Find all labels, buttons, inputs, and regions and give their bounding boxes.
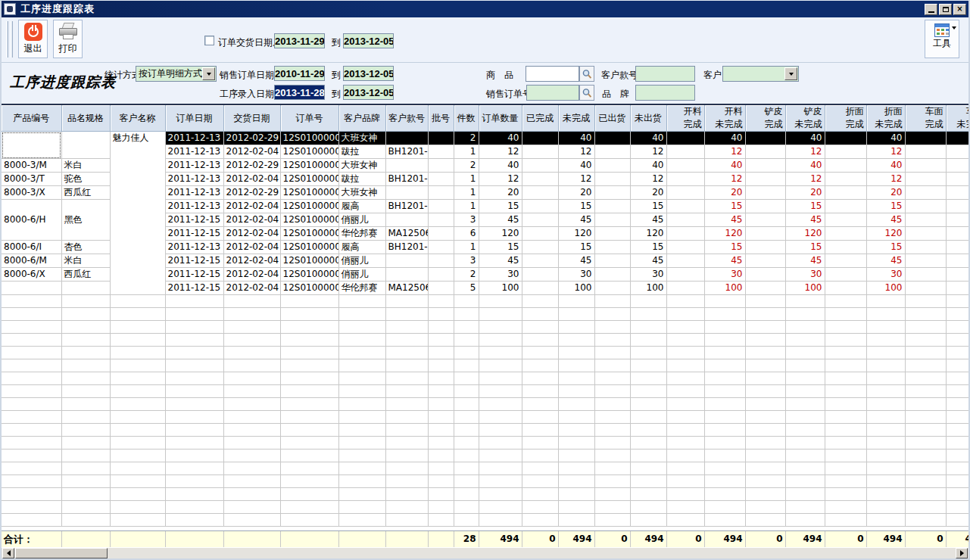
cell-cust_style[interactable] (385, 254, 428, 268)
cell-order_no[interactable]: 12S01000003 (280, 254, 338, 268)
scroll-right-button[interactable] (956, 548, 968, 558)
cell-cp_undone[interactable]: 100 (785, 282, 825, 295)
restore-button[interactable] (939, 4, 952, 15)
cell-cp_done[interactable] (745, 173, 785, 186)
cell-zm_done[interactable] (825, 268, 866, 282)
scrollbar-thumb[interactable] (15, 548, 108, 558)
cell-order_date[interactable]: 2011-12-15 (165, 227, 223, 241)
col-header-batch[interactable]: 批号 (428, 105, 454, 132)
cell-order_date[interactable]: 2011-12-13 (165, 159, 223, 173)
product-search-button[interactable] (579, 66, 594, 82)
cell-kl_done[interactable] (666, 227, 704, 241)
cell-delivery_date[interactable]: 2012-02-29 (223, 186, 280, 200)
col-header-spec[interactable]: 品名规格 (61, 105, 110, 132)
scroll-left-button[interactable] (2, 548, 14, 558)
cell-cust_style[interactable] (385, 132, 428, 145)
cell-cm_undone[interactable] (946, 213, 968, 227)
cell-batch[interactable] (428, 159, 454, 173)
sales-order-search-button[interactable] (579, 85, 594, 101)
cell-kl_done[interactable] (666, 200, 704, 213)
cell-zm_done[interactable] (825, 186, 866, 200)
cell-cp_done[interactable] (745, 254, 785, 268)
cell-brand[interactable]: 华伦邦赛 (338, 282, 385, 295)
cell-qty[interactable]: 100 (479, 282, 522, 295)
cell-undone[interactable]: 45 (558, 254, 594, 268)
toolbar-grip[interactable] (6, 21, 8, 58)
cell-shipped[interactable] (594, 159, 630, 173)
cell-order_no[interactable]: 12S01000002 (280, 200, 338, 213)
cell-kl_undone[interactable]: 12 (704, 173, 745, 186)
cell-batch[interactable] (428, 200, 454, 213)
cell-spec[interactable]: 米白 (61, 159, 110, 173)
cell-pieces[interactable]: 1 (454, 200, 479, 213)
cell-kl_done[interactable] (666, 254, 704, 268)
cell-cm_done[interactable] (905, 254, 946, 268)
cell-cm_done[interactable] (905, 173, 946, 186)
cell-unshipped[interactable]: 20 (630, 186, 666, 200)
cell-brand[interactable]: 大班女神 (338, 132, 385, 145)
cell-batch[interactable] (428, 227, 454, 241)
cell-kl_done[interactable] (666, 268, 704, 282)
cell-code[interactable]: 8000-6/H (2, 200, 61, 241)
cell-undone[interactable]: 120 (558, 227, 594, 241)
cell-unshipped[interactable]: 100 (630, 282, 666, 295)
cell-done[interactable] (522, 132, 558, 145)
stat-mode-select[interactable]: 按订单明细方式 (136, 66, 217, 82)
cell-zm_undone[interactable]: 45 (866, 254, 905, 268)
cell-kl_undone[interactable]: 20 (704, 186, 745, 200)
cell-kl_done[interactable] (666, 173, 704, 186)
cell-shipped[interactable] (594, 241, 630, 254)
cell-spec[interactable]: 驼色 (61, 173, 110, 186)
cell-kl_undone[interactable]: 12 (704, 145, 745, 159)
cell-cp_undone[interactable]: 120 (785, 227, 825, 241)
exit-button[interactable]: 退出 (18, 20, 48, 58)
cell-qty[interactable]: 45 (479, 254, 522, 268)
process-date-from-input[interactable] (274, 85, 325, 100)
cell-delivery_date[interactable]: 2012-02-04 (223, 173, 280, 186)
cell-cust_style[interactable]: BH1201-5 (385, 200, 428, 213)
cell-cm_undone[interactable] (946, 254, 968, 268)
cell-cp_undone[interactable]: 30 (785, 268, 825, 282)
cell-undone[interactable]: 20 (558, 186, 594, 200)
cell-delivery_date[interactable]: 2012-02-04 (223, 213, 280, 227)
cell-code[interactable]: 8000-3/X (2, 186, 61, 200)
cell-pieces[interactable]: 1 (454, 173, 479, 186)
cell-delivery_date[interactable]: 2012-02-04 (223, 200, 280, 213)
cust-style-input[interactable] (635, 66, 695, 82)
cell-cust_style[interactable]: BH1201-5 (385, 241, 428, 254)
col-header-pieces[interactable]: 件数 (454, 105, 479, 132)
cell-cust_name[interactable]: 魅力佳人 (110, 132, 165, 295)
cell-cp_done[interactable] (745, 186, 785, 200)
cell-cp_done[interactable] (745, 241, 785, 254)
table-row[interactable]: 魅力佳人2011-12-132012-02-2912S01000001大班女神2… (2, 132, 968, 145)
cell-cm_done[interactable] (905, 213, 946, 227)
col-header-cp_done[interactable]: 铲皮完成 (745, 105, 785, 132)
cell-cp_undone[interactable]: 12 (785, 173, 825, 186)
cell-done[interactable] (522, 282, 558, 295)
cell-kl_done[interactable] (666, 132, 704, 145)
cell-undone[interactable]: 12 (558, 145, 594, 159)
cell-qty[interactable]: 12 (479, 173, 522, 186)
cell-unshipped[interactable]: 12 (630, 145, 666, 159)
cell-order_date[interactable]: 2011-12-13 (165, 132, 223, 145)
delivery-date-to-input[interactable] (343, 33, 394, 48)
cell-cust_style[interactable]: MA125068 (385, 282, 428, 295)
cell-spec[interactable]: 米白 (61, 254, 110, 268)
cell-order_date[interactable]: 2011-12-15 (165, 282, 223, 295)
cell-brand[interactable]: 跋拉 (338, 145, 385, 159)
cell-pieces[interactable]: 1 (454, 145, 479, 159)
cell-kl_undone[interactable]: 100 (704, 282, 745, 295)
cell-cp_undone[interactable]: 12 (785, 145, 825, 159)
cell-cp_done[interactable] (745, 132, 785, 145)
col-header-undone[interactable]: 未完成 (558, 105, 594, 132)
cell-zm_done[interactable] (825, 241, 866, 254)
cell-zm_undone[interactable]: 45 (866, 213, 905, 227)
col-header-zm_done[interactable]: 折面完成 (825, 105, 866, 132)
cell-spec[interactable] (61, 132, 110, 159)
cell-done[interactable] (522, 213, 558, 227)
cell-batch[interactable] (428, 186, 454, 200)
cell-zm_done[interactable] (825, 200, 866, 213)
col-header-order_date[interactable]: 订单日期 (165, 105, 223, 132)
cell-unshipped[interactable]: 120 (630, 227, 666, 241)
cell-kl_done[interactable] (666, 145, 704, 159)
